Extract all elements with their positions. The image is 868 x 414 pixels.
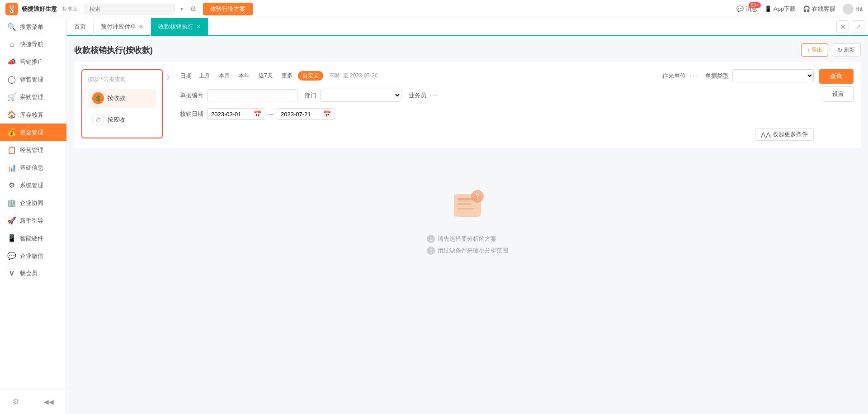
sidebar-item-beginner[interactable]: 🚀 新手引导 [0, 212, 66, 229]
svg-rect-2 [458, 203, 471, 205]
query-button[interactable]: 查询 [819, 69, 854, 84]
empty-tip-1: 1 请先选择要分析的方案 [427, 235, 508, 243]
receivable-option-label: 按应收 [108, 116, 125, 124]
filter-row-1: 日期 上月 本月 本年 近7天 更多 自定义 不限 至 2023-07-26 [180, 69, 814, 82]
date-pill-this-month[interactable]: 本月 [215, 71, 233, 81]
doc-type-field: 单据类型 [705, 69, 814, 82]
close-icon: ✕ [840, 23, 846, 31]
date-field: 日期 上月 本月 本年 近7天 更多 自定义 不限 至 2023-07-26 [180, 71, 377, 81]
sidebar-item-corp-collab[interactable]: 🏢 企业协同 [0, 194, 66, 212]
date-pills: 上月 本月 本年 近7天 更多 自定义 [195, 71, 323, 81]
writeoff-date-end-input[interactable] [281, 111, 321, 118]
date-pill-last-month[interactable]: 上月 [195, 71, 213, 81]
filter-row-3: 核销日期 📅 — 📅 [180, 108, 814, 120]
sidebar-item-smart-hw[interactable]: 📱 智能硬件 [0, 229, 66, 247]
tabs-bar: 首页 预付冲应付单 ✕ 收款核销执行 ✕ ✕ ⤢ [67, 18, 868, 36]
message-icon: 💬 [736, 5, 744, 12]
app-download-button[interactable]: 📱 App下载 [764, 5, 796, 13]
sidebar-item-sys-mgmt[interactable]: ⚙ 系统管理 [0, 176, 66, 194]
filter-actions: 查询 设置 [819, 69, 854, 141]
settings-icon: ⚙ [13, 397, 19, 406]
date-pill-this-year[interactable]: 本年 [235, 71, 253, 81]
tab-receipt-offset[interactable]: 收款核销执行 ✕ [151, 18, 208, 36]
date-pill-more[interactable]: 更多 [278, 71, 296, 81]
filter-by-receivable[interactable]: ⏱ 按应收 [88, 110, 156, 129]
doc-no-input[interactable] [207, 89, 297, 101]
sidebar-item-sales[interactable]: ◯ 销售管理 [0, 71, 66, 88]
sidebar-collapse-button[interactable]: ◀◀ [38, 395, 59, 409]
counterpart-dots[interactable]: ··· [689, 72, 698, 80]
page-title: 收款核销执行(按收款) [74, 45, 153, 56]
staff-dots[interactable]: ··· [430, 91, 439, 100]
sidebar-item-corp-wechat[interactable]: 💬 企业微信 [0, 247, 66, 265]
calendar-end-icon[interactable]: 📅 [323, 110, 331, 118]
user-menu[interactable]: Rit [843, 4, 863, 14]
tab-close-prepay[interactable]: ✕ [139, 24, 143, 30]
sidebar-item-quick-nav[interactable]: ⌂ 快捷导航 [0, 36, 66, 53]
writeoff-date-end-wrap: 📅 [277, 108, 335, 120]
receipt-option-label: 按收款 [108, 94, 125, 102]
top-bar: 🐰 畅捷通好生意 标准版 ▾ ⚙ 体验行业方案 💬 消息 99+ 📱 App下载… [0, 0, 868, 18]
solution-button[interactable]: 体验行业方案 [203, 3, 253, 15]
sidebar-item-vip[interactable]: V 畅会员 [0, 265, 66, 282]
tab-home[interactable]: 首页 [67, 18, 94, 36]
empty-tips: 1 请先选择要分析的方案 2 用过滤条件来缩小分析范围 [427, 235, 508, 255]
expand-icon: ⤢ [856, 24, 861, 30]
export-button[interactable]: ↑ 导出 [801, 43, 828, 57]
home-icon: ⌂ [7, 40, 16, 48]
sidebar-item-search[interactable]: 🔍 搜索菜单 [0, 18, 66, 36]
service-icon: 🎧 [803, 5, 810, 12]
date-pill-7days[interactable]: 近7天 [255, 71, 276, 81]
sidebar-item-basic-info[interactable]: 📊 基础信息 [0, 159, 66, 176]
sidebar-settings-button[interactable]: ⚙ [7, 395, 24, 409]
tip-num-1: 1 [427, 235, 435, 243]
collapse-left-icon: ◀◀ [44, 398, 54, 405]
date-label: 日期 [180, 72, 192, 80]
page-header: 收款核销执行(按收款) ↑ 导出 ↻ 刷新 [74, 43, 861, 57]
sidebar-item-marketing[interactable]: 📣 营销推广 [0, 53, 66, 71]
tab-expand-button[interactable]: ⤢ [852, 20, 864, 33]
dept-select[interactable] [320, 89, 401, 102]
setting-button[interactable]: 设置 [823, 86, 854, 102]
panel-collapse-button[interactable]: 》 [165, 73, 175, 83]
dept-field: 部门 [305, 89, 401, 102]
tab-close-receipt[interactable]: ✕ [196, 24, 201, 30]
biz-mgmt-icon: 📋 [7, 146, 16, 154]
tab-prepay-offset[interactable]: 预付冲应付单 ✕ [94, 18, 151, 36]
empty-state: ? 1 请先选择要分析的方案 2 用过滤条件来缩小分析范围 [74, 153, 861, 282]
basic-info-icon: 📊 [7, 163, 16, 172]
receivable-option-icon: ⏱ [92, 114, 104, 126]
content-area: 首页 预付冲应付单 ✕ 收款核销执行 ✕ ✕ ⤢ [67, 18, 868, 414]
sidebar-item-inventory[interactable]: 🏠 库存核算 [0, 106, 66, 124]
message-badge: 99+ [749, 2, 761, 8]
writeoff-date-start-input[interactable] [211, 111, 252, 118]
collapse-row: ⋀⋀ 收起更多条件 [180, 126, 814, 141]
svg-text:?: ? [476, 193, 479, 200]
filter-by-receipt[interactable]: 💲 按收款 [88, 89, 156, 108]
avatar [843, 4, 854, 14]
sidebar-item-biz-mgmt[interactable]: 📋 经营管理 [0, 141, 66, 159]
logo: 🐰 [5, 3, 18, 15]
collapse-more-button[interactable]: ⋀⋀ 收起更多条件 [755, 128, 814, 141]
date-pill-custom[interactable]: 自定义 [298, 71, 323, 81]
sidebar-item-finance[interactable]: 💰 资金管理 [0, 124, 66, 141]
marketing-icon: 📣 [7, 57, 16, 66]
tab-close-button[interactable]: ✕ [836, 20, 849, 33]
corp-collab-icon: 🏢 [7, 199, 16, 207]
dropdown-icon[interactable]: ▾ [180, 6, 183, 12]
finance-icon: 💰 [7, 128, 16, 137]
calendar-start-icon[interactable]: 📅 [254, 110, 261, 118]
sidebar-item-purchase[interactable]: 🛒 采购管理 [0, 88, 66, 106]
gear-icon[interactable]: ⚙ [187, 3, 199, 15]
doc-type-select[interactable] [732, 69, 814, 82]
export-icon: ↑ [807, 47, 810, 53]
date-to: 至 2023-07-26 [343, 72, 378, 80]
svg-rect-3 [458, 208, 474, 209]
message-button[interactable]: 💬 消息 99+ [736, 5, 757, 13]
tabs-right: ✕ ⤢ [836, 20, 864, 33]
online-service-button[interactable]: 🎧 在线客服 [803, 5, 835, 13]
date-separator: — [268, 111, 274, 118]
refresh-button[interactable]: ↻ 刷新 [832, 43, 861, 57]
filter-area: 按以下方案查询 💲 按收款 ⏱ 按应收 》 [74, 62, 861, 148]
search-input[interactable] [85, 4, 175, 14]
